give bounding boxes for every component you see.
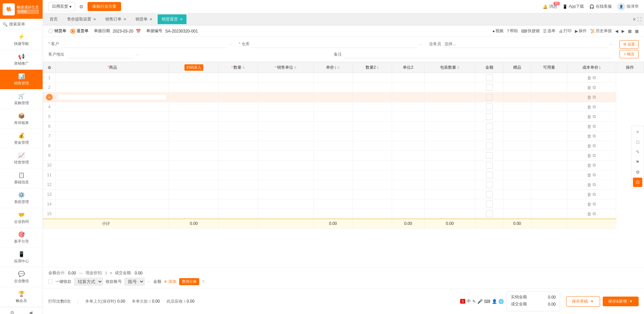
print-link[interactable]: 🖨 打印 (559, 28, 572, 34)
sidebar-item-quick-nav[interactable]: ⚡快捷导航 (0, 30, 43, 50)
qty2-cell-5[interactable] (313, 112, 353, 122)
sidebar-item-finance[interactable]: 💰资金管理 (0, 129, 43, 149)
gear-col-icon[interactable]: ⚙ (48, 65, 51, 70)
amount-cell-8[interactable] (424, 141, 475, 151)
amount-cell-1[interactable] (424, 73, 475, 83)
warehouse-dots[interactable]: ··· (419, 42, 422, 47)
sidebar-item-basics[interactable]: 📋基础信息 (0, 169, 43, 188)
select-link[interactable]: ☰ 选单 (543, 28, 555, 34)
unit2-cell-2[interactable] (353, 83, 392, 92)
copy-row-11[interactable]: ⧉ (593, 172, 596, 178)
gift-cell-8[interactable] (475, 141, 503, 151)
unit-sort-icon[interactable]: ⇅ (294, 66, 297, 69)
qty-cell-11[interactable] (169, 170, 219, 180)
gift-check-7[interactable] (486, 133, 493, 139)
qty-cell-12[interactable] (169, 180, 219, 190)
cost-cell-1[interactable] (531, 73, 567, 83)
copy-row-13[interactable]: ⧉ (593, 192, 596, 197)
available-cell-12[interactable] (503, 180, 531, 190)
product-cell-8[interactable] (56, 141, 169, 151)
qty2-cell-4[interactable] (313, 102, 353, 112)
pkg-cell-3[interactable] (392, 92, 424, 102)
pkg-cell-6[interactable] (392, 122, 424, 131)
copy-row-1[interactable]: ⧉ (593, 75, 596, 80)
copy-row-2[interactable]: ⧉ (593, 85, 596, 90)
amount-cell-14[interactable] (424, 199, 475, 209)
unit-cell-2[interactable] (219, 83, 258, 92)
pkg-cell-14[interactable] (392, 199, 424, 209)
product-input-5[interactable] (58, 114, 166, 119)
product-input-10[interactable] (58, 163, 166, 168)
available-cell-13[interactable] (503, 190, 531, 199)
product-cell-13[interactable] (56, 190, 169, 199)
unit-cell-15[interactable] (219, 209, 258, 219)
product-cell-14[interactable] (56, 199, 169, 209)
amount-cell-4[interactable] (424, 102, 475, 112)
unit-price-cell-15[interactable] (258, 209, 313, 219)
delete-row-8[interactable]: 🗑 (587, 143, 591, 148)
qty2-cell-10[interactable] (313, 161, 353, 170)
account-select[interactable]: 陈号 (124, 278, 145, 286)
rt-btn-rt-4[interactable]: ⚑ (633, 158, 642, 167)
product-input-9[interactable] (58, 153, 166, 158)
unit-price-cell-2[interactable] (258, 83, 313, 92)
product-cell-3[interactable] (56, 92, 169, 102)
tab-close-sales-order[interactable]: ✕ (123, 17, 126, 21)
bottom-icon-4[interactable]: ⌨ (484, 299, 490, 304)
cost-cell-4[interactable] (531, 102, 567, 112)
product-cell-4[interactable] (56, 102, 169, 112)
shortcut-link[interactable]: ⌨ 快捷键 (521, 28, 540, 34)
experience-btn[interactable]: 体验行业方案 (88, 2, 121, 11)
expense-help-icon[interactable]: ? (202, 279, 204, 284)
product-cell-2[interactable] (56, 83, 169, 92)
unit2-cell-15[interactable] (353, 209, 392, 219)
gift-cell-13[interactable] (475, 190, 503, 199)
sidebar-item-apps[interactable]: 📱应用中心 (0, 248, 43, 267)
gift-check-1[interactable] (486, 74, 493, 81)
tab-close-sales-delivery[interactable]: ✕ (150, 17, 152, 21)
rt-btn-rt-6[interactable]: ⊡ (633, 178, 642, 187)
available-cell-9[interactable] (503, 151, 531, 161)
cash-discount-info[interactable]: ℹ (105, 271, 107, 275)
video-link[interactable]: ● 视频 (492, 28, 503, 34)
gift-cell-9[interactable] (475, 151, 503, 161)
gift-cell-6[interactable] (475, 122, 503, 131)
product-cell-1[interactable] (56, 73, 169, 83)
qty2-cell-13[interactable] (313, 190, 353, 199)
qty2-sort-icon[interactable]: ⇅ (376, 66, 379, 69)
copy-row-6[interactable]: ⧉ (593, 124, 596, 129)
view-grid-icon[interactable]: ▦ (635, 29, 639, 34)
cost-cell-7[interactable] (531, 131, 567, 141)
date-value[interactable]: 2023-03-20 (113, 29, 133, 34)
sidebar-item-operations[interactable]: 📈经营管理 (0, 149, 43, 169)
delete-row-12[interactable]: 🗑 (587, 182, 591, 187)
qty2-cell-8[interactable] (313, 141, 353, 151)
tab-sales-order[interactable]: 销售订单✕ (101, 14, 130, 24)
gift-cell-11[interactable] (475, 170, 503, 180)
bottom-icon-1[interactable]: 中 (467, 298, 471, 304)
amount-cell-13[interactable] (424, 190, 475, 199)
unit2-cell-4[interactable] (353, 102, 392, 112)
pkg-cell-12[interactable] (392, 180, 424, 190)
gift-check-6[interactable] (486, 123, 493, 130)
amount-cell-11[interactable] (424, 170, 475, 180)
gift-check-8[interactable] (486, 142, 493, 149)
delete-row-14[interactable]: 🗑 (587, 202, 591, 207)
product-cell-11[interactable] (56, 170, 169, 180)
gift-check-15[interactable] (486, 210, 493, 217)
unit-cell-8[interactable] (219, 141, 258, 151)
amount-cell-15[interactable] (424, 209, 475, 219)
qty-cell-14[interactable] (169, 199, 219, 209)
unit-price-cell-10[interactable] (258, 161, 313, 170)
qty2-cell-7[interactable] (313, 131, 353, 141)
warehouse-input[interactable]: 总仓 (252, 40, 417, 48)
gift-check-10[interactable] (486, 162, 493, 169)
delete-row-1[interactable]: 🗑 (587, 75, 591, 80)
available-cell-10[interactable] (503, 161, 531, 170)
available-cell-4[interactable] (503, 102, 531, 112)
product-input-11[interactable] (58, 173, 166, 177)
remarks-input[interactable] (344, 51, 612, 58)
receivable-info-icon[interactable]: ℹ (184, 299, 185, 304)
bottom-icon-2[interactable]: ✎ (472, 299, 476, 304)
copy-row-4[interactable]: ⧉ (593, 104, 596, 110)
